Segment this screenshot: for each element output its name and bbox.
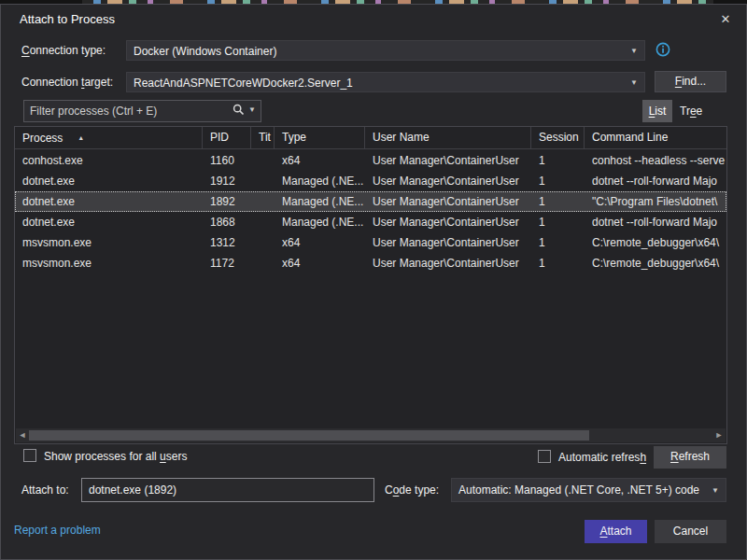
cell-process: msvsmon.exe bbox=[15, 232, 203, 253]
code-type-combobox[interactable]: Automatic: Managed (.NET Core, .NET 5+) … bbox=[451, 478, 726, 502]
cell-pid: 1892 bbox=[203, 191, 251, 212]
connection-target-value: ReactAndASPNETCoreWDocker2.Server_1 bbox=[134, 77, 353, 90]
cell-session: 1 bbox=[531, 171, 585, 191]
report-a-problem-link[interactable]: Report a problem bbox=[14, 524, 101, 537]
column-header-tit[interactable]: Tit bbox=[251, 127, 275, 148]
cell-title bbox=[251, 212, 275, 232]
cell-user: User Manager\ContainerUser bbox=[365, 171, 531, 191]
connection-target-label: Connection target: bbox=[21, 76, 113, 89]
cell-title bbox=[251, 232, 275, 253]
chevron-down-icon[interactable]: ▼ bbox=[630, 41, 638, 61]
cell-pid: 1312 bbox=[203, 232, 251, 253]
code-type-label: Code type: bbox=[385, 483, 439, 497]
column-header-user-name[interactable]: User Name bbox=[365, 127, 531, 148]
attach-to-input[interactable] bbox=[81, 478, 374, 502]
cell-type: Managed (.NE... bbox=[275, 171, 365, 191]
cell-command: C:\remote_debugger\x64\ bbox=[585, 232, 726, 253]
show-all-users-checkbox[interactable] bbox=[23, 449, 36, 462]
cell-type: x64 bbox=[275, 253, 365, 273]
attach-button[interactable]: Attach bbox=[585, 520, 647, 543]
cancel-button[interactable]: Cancel bbox=[655, 520, 726, 543]
cell-session: 1 bbox=[531, 212, 585, 232]
view-tree-button[interactable]: Tree bbox=[680, 100, 702, 122]
cell-command: conhost --headless --serve bbox=[585, 150, 726, 171]
cell-title bbox=[251, 253, 275, 273]
horizontal-scrollbar[interactable]: ◄ ► bbox=[16, 428, 726, 442]
cell-type: x64 bbox=[275, 232, 365, 253]
cell-pid: 1868 bbox=[203, 212, 251, 232]
table-row[interactable]: dotnet.exe1868Managed (.NE...User Manage… bbox=[15, 212, 726, 232]
cell-process: dotnet.exe bbox=[15, 212, 203, 232]
cell-command: dotnet --roll-forward Majo bbox=[585, 171, 726, 191]
cell-type: Managed (.NE... bbox=[275, 191, 365, 212]
cell-pid: 1912 bbox=[203, 171, 251, 191]
attach-to-process-dialog: Attach to Process ✕ Connection type: Doc… bbox=[0, 4, 747, 560]
connection-target-combobox[interactable]: ReactAndASPNETCoreWDocker2.Server_1 ▼ bbox=[126, 72, 645, 92]
cell-user: User Manager\ContainerUser bbox=[365, 253, 531, 273]
cell-title bbox=[251, 191, 275, 212]
column-header-process[interactable]: Process▲ bbox=[15, 127, 203, 148]
view-list-button[interactable]: List bbox=[642, 100, 672, 122]
table-row[interactable]: dotnet.exe1912Managed (.NE...User Manage… bbox=[15, 171, 726, 191]
automatic-refresh-label[interactable]: Automatic refresh bbox=[558, 451, 646, 464]
cell-type: x64 bbox=[275, 150, 365, 171]
process-table-body: conhost.exe1160x64User Manager\Container… bbox=[15, 150, 726, 428]
connection-type-value: Docker (Windows Container) bbox=[134, 45, 276, 58]
sort-ascending-icon: ▲ bbox=[78, 134, 84, 141]
screen: Attach to Process ✕ Connection type: Doc… bbox=[0, 0, 747, 560]
table-row[interactable]: dotnet.exe1892Managed (.NE...User Manage… bbox=[15, 191, 726, 212]
connection-type-combobox[interactable]: Docker (Windows Container) ▼ bbox=[126, 40, 645, 61]
cell-title bbox=[251, 150, 275, 171]
close-icon[interactable]: ✕ bbox=[714, 8, 737, 31]
cell-user: User Manager\ContainerUser bbox=[365, 232, 531, 253]
automatic-refresh-checkbox[interactable] bbox=[538, 450, 551, 463]
scroll-right-icon[interactable]: ► bbox=[712, 428, 726, 442]
connection-type-label: Connection type: bbox=[21, 44, 106, 57]
column-header-session[interactable]: Session bbox=[531, 127, 585, 148]
filter-processes-box[interactable]: ▼ bbox=[23, 100, 261, 122]
table-row[interactable]: msvsmon.exe1172x64User Manager\Container… bbox=[15, 253, 726, 273]
cell-session: 1 bbox=[531, 150, 585, 171]
info-icon[interactable] bbox=[655, 42, 670, 57]
scroll-left-icon[interactable]: ◄ bbox=[16, 428, 29, 442]
chevron-down-icon[interactable]: ▼ bbox=[712, 479, 719, 502]
cell-pid: 1160 bbox=[203, 150, 251, 171]
show-all-users-label[interactable]: Show processes for all users bbox=[44, 450, 187, 463]
cell-process: dotnet.exe bbox=[15, 191, 203, 212]
cell-title bbox=[251, 171, 275, 191]
table-row[interactable]: conhost.exe1160x64User Manager\Container… bbox=[15, 150, 726, 171]
cell-user: User Manager\ContainerUser bbox=[365, 212, 531, 232]
column-header-pid[interactable]: PID bbox=[203, 127, 251, 148]
process-table-header: Process▲PIDTitTypeUser NameSessionComman… bbox=[15, 127, 726, 149]
refresh-button[interactable]: Refresh bbox=[654, 446, 726, 469]
column-header-type[interactable]: Type bbox=[275, 127, 365, 148]
cell-command: "C:\Program Files\dotnet\ bbox=[585, 191, 726, 212]
attach-to-label: Attach to: bbox=[21, 483, 69, 497]
search-icon[interactable] bbox=[233, 104, 245, 116]
scrollbar-thumb[interactable] bbox=[29, 430, 589, 441]
table-row[interactable]: msvsmon.exe1312x64User Manager\Container… bbox=[15, 232, 726, 253]
cell-session: 1 bbox=[531, 191, 585, 212]
column-header-command-line[interactable]: Command Line bbox=[585, 127, 726, 148]
cell-session: 1 bbox=[531, 232, 585, 253]
chevron-down-icon[interactable]: ▼ bbox=[248, 105, 256, 114]
cell-user: User Manager\ContainerUser bbox=[365, 150, 531, 171]
cell-process: conhost.exe bbox=[15, 150, 203, 171]
cell-type: Managed (.NE... bbox=[275, 212, 365, 232]
code-type-value: Automatic: Managed (.NET Core, .NET 5+) … bbox=[458, 483, 699, 497]
cell-pid: 1172 bbox=[203, 253, 251, 273]
cell-process: msvsmon.exe bbox=[15, 253, 203, 273]
cell-process: dotnet.exe bbox=[15, 171, 203, 191]
dialog-title: Attach to Process bbox=[20, 12, 115, 26]
cell-user: User Manager\ContainerUser bbox=[365, 191, 531, 212]
cell-command: dotnet --roll-forward Majo bbox=[585, 212, 726, 232]
chevron-down-icon[interactable]: ▼ bbox=[630, 73, 638, 92]
cell-session: 1 bbox=[531, 253, 585, 273]
filter-processes-input[interactable] bbox=[30, 101, 226, 121]
cell-command: C:\remote_debugger\x64\ bbox=[585, 253, 726, 273]
find-button[interactable]: Find... bbox=[655, 71, 726, 92]
process-table: Process▲PIDTitTypeUser NameSessionComman… bbox=[14, 126, 727, 444]
